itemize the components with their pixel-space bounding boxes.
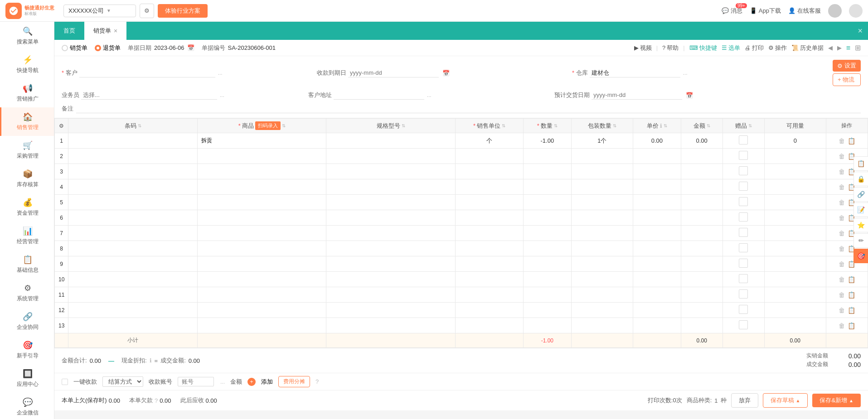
cell-amount[interactable]: [681, 287, 723, 303]
online-service-btn[interactable]: 👤 在线客服: [788, 7, 821, 15]
gift-checkbox[interactable]: [739, 305, 748, 314]
cell-pack-qty[interactable]: [571, 195, 633, 210]
cell-amount[interactable]: [681, 318, 723, 333]
cell-spec[interactable]: [326, 303, 456, 318]
cell-quantity[interactable]: [523, 272, 571, 287]
cell-spec[interactable]: [326, 179, 456, 195]
cell-barcode[interactable]: [68, 287, 198, 303]
cell-unit-price[interactable]: [633, 318, 681, 333]
expense-split-btn[interactable]: 费用分摊: [278, 376, 310, 387]
sort-unit-icon[interactable]: ⇅: [502, 123, 505, 128]
tab-home[interactable]: 首页: [54, 22, 84, 40]
gift-checkbox[interactable]: [739, 197, 748, 206]
product-input[interactable]: [201, 215, 323, 221]
expected-delivery-input[interactable]: [592, 91, 682, 100]
sidebar-item-newbie[interactable]: 🎯 新手引导: [0, 336, 54, 364]
toolbar-operation-btn[interactable]: ⚙ 操作: [768, 44, 787, 52]
tab-close-icon[interactable]: ×: [114, 27, 117, 34]
rfloat-btn-2[interactable]: 🔒: [853, 172, 868, 186]
cell-gift[interactable]: [723, 287, 764, 303]
delete-icon[interactable]: 🗑: [839, 137, 845, 144]
spec-input[interactable]: [330, 230, 451, 236]
barcode-input[interactable]: [72, 230, 194, 236]
delete-icon[interactable]: 🗑: [839, 168, 845, 175]
cell-quantity[interactable]: [523, 149, 571, 164]
barcode-input[interactable]: [72, 153, 194, 159]
cell-unit-price[interactable]: [633, 226, 681, 241]
cell-pack-qty[interactable]: [571, 241, 633, 256]
cell-unit-price[interactable]: 0.00: [633, 133, 681, 149]
cell-unit-price[interactable]: [633, 287, 681, 303]
spec-input[interactable]: [330, 169, 451, 175]
product-input[interactable]: [201, 292, 323, 298]
cell-unit-price[interactable]: [633, 195, 681, 210]
delete-icon[interactable]: 🗑: [839, 230, 845, 237]
barcode-input[interactable]: [72, 184, 194, 190]
gift-checkbox[interactable]: [739, 228, 748, 237]
barcode-input[interactable]: [72, 199, 194, 206]
radio-sales-order[interactable]: 销货单: [62, 44, 87, 52]
cell-barcode[interactable]: [68, 318, 198, 333]
cell-barcode[interactable]: [68, 303, 198, 318]
copy-icon[interactable]: 📋: [848, 322, 855, 329]
app-download-btn[interactable]: 📱 App下载: [750, 7, 781, 15]
salesperson-input[interactable]: [81, 91, 217, 100]
cell-barcode[interactable]: [68, 272, 198, 287]
cell-gift[interactable]: [723, 318, 764, 333]
save-new-btn[interactable]: 保存&新增 ▲: [812, 394, 861, 407]
delete-icon[interactable]: 🗑: [839, 260, 845, 268]
sort-product-icon[interactable]: ⇅: [282, 123, 286, 128]
cell-amount[interactable]: [681, 210, 723, 226]
toolbar-shortcut-btn[interactable]: ⌨ 快捷键: [689, 44, 717, 52]
note-input[interactable]: [76, 104, 861, 113]
rfloat-btn-7[interactable]: 🎯: [853, 249, 868, 263]
cell-gift[interactable]: [723, 256, 764, 272]
cell-pack-qty[interactable]: 1个: [571, 133, 633, 149]
barcode-input[interactable]: [72, 138, 194, 144]
copy-icon[interactable]: 📋: [848, 276, 855, 283]
product-input[interactable]: [201, 307, 323, 313]
cell-unit-price[interactable]: [633, 164, 681, 179]
cell-quantity[interactable]: [523, 226, 571, 241]
cell-unit[interactable]: [455, 195, 523, 210]
cell-gift[interactable]: [723, 226, 764, 241]
gift-checkbox[interactable]: [739, 135, 748, 144]
list-view-icon[interactable]: ≡: [846, 44, 850, 52]
cell-quantity[interactable]: [523, 318, 571, 333]
gift-checkbox[interactable]: [739, 151, 748, 160]
cell-quantity[interactable]: [523, 303, 571, 318]
delete-icon[interactable]: 🗑: [839, 153, 845, 160]
copy-icon[interactable]: 📋: [848, 307, 855, 314]
sidebar-item-inventory[interactable]: 📦 库存核算: [0, 164, 54, 193]
grid-view-icon[interactable]: ⊞: [855, 43, 861, 52]
product-input[interactable]: [201, 199, 323, 206]
product-input[interactable]: [201, 230, 323, 236]
sidebar-item-quicknav[interactable]: ⚡ 快捷导航: [0, 50, 54, 79]
cell-unit[interactable]: [455, 164, 523, 179]
payment-method-select[interactable]: 结算方式: [102, 376, 143, 387]
cell-barcode[interactable]: [68, 241, 198, 256]
cell-quantity[interactable]: [523, 210, 571, 226]
cell-barcode[interactable]: [68, 164, 198, 179]
cell-product[interactable]: [197, 164, 326, 179]
cell-barcode[interactable]: [68, 210, 198, 226]
sort-price-icon[interactable]: ⇅: [664, 123, 667, 128]
cell-spec[interactable]: [326, 133, 456, 149]
settings-icon[interactable]: ⚙: [140, 4, 154, 18]
cell-amount[interactable]: [681, 164, 723, 179]
toolbar-help-btn[interactable]: ? 帮助: [662, 44, 679, 52]
discard-btn[interactable]: 放弃: [731, 393, 758, 408]
account-dots[interactable]: ...: [220, 379, 225, 385]
barcode-input[interactable]: [72, 323, 194, 329]
cell-barcode[interactable]: [68, 226, 198, 241]
cell-gift[interactable]: [723, 195, 764, 210]
sidebar-item-basic[interactable]: 📋 基础信息: [0, 250, 54, 279]
cell-barcode[interactable]: [68, 149, 198, 164]
cell-product[interactable]: [197, 179, 326, 195]
cash-discount-info-icon[interactable]: ℹ: [150, 357, 152, 364]
cell-unit[interactable]: [455, 318, 523, 333]
rfloat-btn-4[interactable]: 📝: [853, 202, 868, 217]
message-btn[interactable]: 💬 消息 99+: [722, 7, 742, 15]
sort-barcode-icon[interactable]: ⇅: [138, 123, 141, 128]
gift-checkbox[interactable]: [739, 274, 748, 283]
